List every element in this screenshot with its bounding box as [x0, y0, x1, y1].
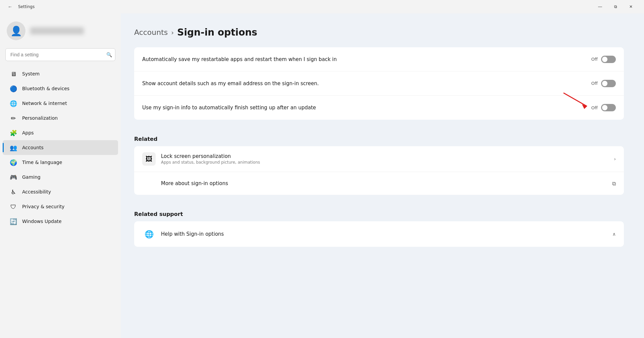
avatar-icon: 👤	[10, 25, 22, 37]
main-content: Accounts › Sign-in options Automatically…	[121, 13, 644, 338]
sidebar-item-bluetooth[interactable]: 🔵 Bluetooth & devices	[3, 81, 118, 96]
search-input[interactable]	[5, 48, 115, 61]
use-signin-toggle[interactable]	[601, 104, 616, 111]
back-icon: ←	[8, 4, 12, 9]
lock-screen-chevron-icon: ›	[614, 156, 616, 162]
related-heading: Related	[134, 136, 624, 142]
settings-row-use-signin: Use my sign-in info to automatically fin…	[134, 96, 624, 120]
more-signin-title: More about sign-in options	[161, 180, 607, 186]
sidebar-item-system[interactable]: 🖥 System	[3, 66, 118, 81]
help-globe-icon: 🌐	[142, 227, 156, 241]
auto-restart-toggle-area: Off	[591, 56, 616, 63]
sidebar-nav: 🖥 System 🔵 Bluetooth & devices 🌐 Network…	[0, 66, 121, 229]
sidebar-item-network[interactable]: 🌐 Network & internet	[3, 96, 118, 111]
titlebar-title: Settings	[18, 4, 589, 9]
update-icon: 🔄	[9, 217, 17, 225]
settings-row-show-account: Show account details such as my email ad…	[134, 71, 624, 96]
use-signin-toggle-area: Off	[591, 104, 616, 111]
sidebar-item-label-personalization: Personalization	[22, 115, 58, 121]
use-signin-toggle-label: Off	[591, 105, 598, 110]
sidebar-item-gaming[interactable]: 🎮 Gaming	[3, 170, 118, 184]
related-card: 🖼 Lock screen personalization Apps and s…	[134, 146, 624, 195]
settings-row-auto-restart: Automatically save my restartable apps a…	[134, 47, 624, 71]
close-button[interactable]: ✕	[623, 0, 639, 13]
external-link-icon: ⧉	[612, 180, 616, 187]
section-gap-2	[134, 196, 624, 203]
breadcrumb-parent[interactable]: Accounts	[134, 28, 168, 37]
lock-screen-icon-box: 🖼	[142, 152, 156, 166]
help-expand-icon: ∧	[612, 231, 616, 237]
sidebar-item-label-accessibility: Accessibility	[22, 189, 51, 194]
sidebar-item-label-time: Time & language	[22, 160, 62, 165]
search-icon: 🔍	[106, 52, 112, 57]
sidebar-item-label-apps: Apps	[22, 130, 34, 135]
show-account-label: Show account details such as my email ad…	[142, 80, 591, 87]
window-controls: — ⧉ ✕	[592, 0, 639, 13]
section-gap-1	[134, 121, 624, 128]
help-card: 🌐 Help with Sign-in options ∧	[134, 221, 624, 247]
system-icon: 🖥	[9, 70, 17, 78]
user-name	[30, 27, 84, 35]
more-signin-text: More about sign-in options	[142, 180, 607, 186]
lock-screen-subtitle: Apps and status, background picture, ani…	[161, 160, 608, 165]
avatar: 👤	[7, 21, 25, 40]
help-signin-label: Help with Sign-in options	[161, 231, 607, 237]
more-signin-row[interactable]: More about sign-in options ⧉	[134, 172, 624, 195]
sidebar-item-label-network: Network & internet	[22, 101, 67, 106]
sidebar-item-update[interactable]: 🔄 Windows Update	[3, 214, 118, 229]
sidebar-item-accessibility[interactable]: ♿ Accessibility	[3, 184, 118, 199]
accounts-icon: 👥	[9, 144, 17, 152]
auto-restart-toggle-label: Off	[591, 57, 598, 62]
privacy-icon: 🛡	[9, 203, 17, 211]
sidebar-item-label-bluetooth: Bluetooth & devices	[22, 86, 69, 91]
breadcrumb-separator: ›	[171, 29, 174, 37]
support-heading: Related support	[134, 211, 624, 217]
sidebar-item-label-update: Windows Update	[22, 219, 62, 224]
network-icon: 🌐	[9, 99, 17, 107]
bluetooth-icon: 🔵	[9, 84, 17, 93]
minimize-button[interactable]: —	[592, 0, 608, 13]
show-account-toggle-label: Off	[591, 81, 598, 86]
lock-screen-icon: 🖼	[146, 155, 152, 163]
settings-card-main: Automatically save my restartable apps a…	[134, 47, 624, 120]
restore-button[interactable]: ⧉	[608, 0, 623, 13]
accessibility-icon: ♿	[9, 188, 17, 196]
lock-screen-title: Lock screen personalization	[161, 153, 608, 159]
help-signin-row[interactable]: 🌐 Help with Sign-in options ∧	[134, 221, 624, 247]
use-signin-label: Use my sign-in info to automatically fin…	[142, 105, 591, 111]
sidebar-item-apps[interactable]: 🧩 Apps	[3, 125, 118, 140]
back-button[interactable]: ←	[5, 2, 15, 11]
time-icon: 🌍	[9, 158, 17, 166]
sidebar-item-personalization[interactable]: ✏️ Personalization	[3, 111, 118, 125]
personalization-icon: ✏️	[9, 114, 17, 122]
apps-icon: 🧩	[9, 129, 17, 137]
sidebar-item-label-gaming: Gaming	[22, 174, 41, 180]
lock-screen-row[interactable]: 🖼 Lock screen personalization Apps and s…	[134, 146, 624, 172]
search-box: 🔍	[5, 48, 115, 61]
sidebar-item-label-privacy: Privacy & security	[22, 204, 64, 209]
show-account-toggle[interactable]	[601, 80, 616, 87]
page-title: Sign-in options	[177, 27, 257, 38]
user-profile: 👤	[0, 13, 121, 47]
lock-screen-text: Lock screen personalization Apps and sta…	[161, 153, 608, 165]
sidebar-item-accounts[interactable]: 👥 Accounts	[3, 140, 118, 155]
sidebar: 👤 🔍 🖥 System 🔵 Bluetooth & devices 🌐 Net…	[0, 13, 121, 338]
app-window: 👤 🔍 🖥 System 🔵 Bluetooth & devices 🌐 Net…	[0, 13, 644, 338]
breadcrumb: Accounts › Sign-in options	[134, 27, 624, 38]
gaming-icon: 🎮	[9, 173, 17, 181]
sidebar-item-label-accounts: Accounts	[22, 145, 44, 150]
auto-restart-label: Automatically save my restartable apps a…	[142, 56, 591, 62]
show-account-toggle-area: Off	[591, 80, 616, 87]
titlebar: ← Settings — ⧉ ✕	[0, 0, 644, 13]
sidebar-item-time[interactable]: 🌍 Time & language	[3, 155, 118, 170]
sidebar-item-label-system: System	[22, 71, 40, 76]
sidebar-item-privacy[interactable]: 🛡 Privacy & security	[3, 199, 118, 214]
auto-restart-toggle[interactable]	[601, 56, 616, 63]
